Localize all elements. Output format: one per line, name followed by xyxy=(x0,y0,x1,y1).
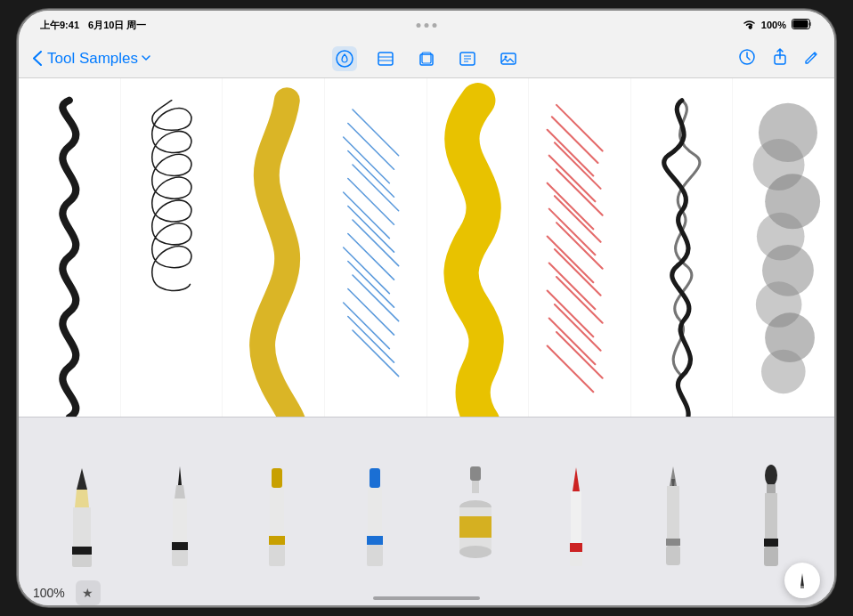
active-tool-icon xyxy=(792,571,812,590)
tool-item-pencil[interactable] xyxy=(61,463,102,570)
svg-point-23 xyxy=(761,350,806,394)
wifi-icon xyxy=(743,19,756,31)
status-date: 6月10日 周一 xyxy=(88,19,146,32)
stroke-crayon-red-svg xyxy=(529,78,630,417)
svg-rect-32 xyxy=(172,542,188,550)
tools-panel: 100% ★ xyxy=(19,417,834,607)
svg-rect-55 xyxy=(666,539,680,546)
svg-marker-25 xyxy=(75,490,89,507)
text-format-button[interactable] xyxy=(455,46,480,71)
svg-rect-63 xyxy=(800,586,804,588)
status-time: 上午9:41 xyxy=(40,19,79,32)
tool-item-nib-pen[interactable] xyxy=(653,463,694,570)
svg-rect-26 xyxy=(73,507,91,547)
top-dots xyxy=(417,23,437,28)
svg-point-57 xyxy=(765,465,777,486)
zoom-label: 100% xyxy=(33,586,65,600)
svg-rect-40 xyxy=(367,536,383,545)
svg-point-13 xyxy=(505,55,508,58)
toolbar-right xyxy=(738,48,820,69)
svg-rect-47 xyxy=(459,516,491,538)
history-button[interactable] xyxy=(738,48,756,69)
toolbar-left: Tool Samples xyxy=(33,50,150,68)
title-text: Tool Samples xyxy=(47,50,138,68)
sample-col-1 xyxy=(19,78,121,417)
svg-rect-38 xyxy=(370,468,380,488)
tools-row xyxy=(19,417,834,577)
stroke-pencil-blue-svg xyxy=(325,78,426,417)
favorites-star-icon: ★ xyxy=(82,586,93,600)
tool-item-paint-bottle[interactable] xyxy=(452,463,499,570)
device-frame: 上午9:41 6月10日 周一 100% xyxy=(17,9,836,607)
svg-rect-41 xyxy=(367,545,383,566)
svg-rect-28 xyxy=(72,555,92,567)
sample-col-3 xyxy=(223,78,325,417)
svg-rect-50 xyxy=(570,543,582,552)
favorites-button[interactable]: ★ xyxy=(76,580,101,605)
tools-bottom: 100% ★ xyxy=(19,577,834,607)
svg-marker-48 xyxy=(573,467,580,491)
battery-percentage: 100% xyxy=(761,20,786,30)
tool-item-brush-dark[interactable] xyxy=(751,463,792,570)
svg-rect-49 xyxy=(571,491,581,545)
tool-item-marker-yellow[interactable] xyxy=(256,463,297,570)
svg-rect-58 xyxy=(767,484,776,493)
svg-marker-29 xyxy=(178,466,182,485)
layers-button[interactable] xyxy=(373,46,398,71)
svg-rect-34 xyxy=(272,468,282,488)
active-tool-button[interactable] xyxy=(784,563,820,598)
brush-samples xyxy=(19,78,834,417)
stroke-watercolor-svg xyxy=(733,78,834,417)
status-right: 100% xyxy=(743,19,813,31)
folder-button[interactable] xyxy=(414,46,439,71)
svg-rect-37 xyxy=(269,545,285,566)
svg-rect-59 xyxy=(765,493,777,539)
svg-rect-1 xyxy=(793,20,808,28)
document-title[interactable]: Tool Samples xyxy=(47,50,150,68)
pen-tool-button[interactable] xyxy=(332,46,357,71)
sample-col-6 xyxy=(529,78,631,417)
title-chevron-icon xyxy=(142,55,150,61)
back-button[interactable] xyxy=(33,51,42,66)
canvas-area[interactable] xyxy=(19,78,834,417)
status-left: 上午9:41 6月10日 周一 xyxy=(40,19,146,32)
svg-point-46 xyxy=(459,546,491,558)
edit-button[interactable] xyxy=(804,49,820,69)
svg-rect-27 xyxy=(72,547,92,555)
sample-col-7 xyxy=(631,78,734,417)
svg-marker-24 xyxy=(77,468,87,490)
svg-rect-51 xyxy=(570,552,582,566)
svg-marker-30 xyxy=(175,485,185,498)
svg-rect-43 xyxy=(472,481,479,493)
sample-col-5 xyxy=(427,78,530,417)
tool-item-marker-blue[interactable] xyxy=(354,463,395,570)
share-button[interactable] xyxy=(772,48,788,69)
svg-rect-56 xyxy=(666,546,680,565)
toolbar-center xyxy=(332,46,521,71)
svg-rect-39 xyxy=(368,488,382,537)
svg-rect-42 xyxy=(470,466,481,481)
svg-rect-33 xyxy=(172,550,188,566)
svg-point-2 xyxy=(337,51,353,67)
toolbar: Tool Samples xyxy=(19,39,834,78)
stroke-ink-svg xyxy=(631,78,733,417)
stroke-fineliner-svg xyxy=(121,78,223,417)
tool-item-crayon-red[interactable] xyxy=(556,463,597,570)
svg-marker-62 xyxy=(800,573,804,587)
status-bar: 上午9:41 6月10日 周一 100% xyxy=(19,11,834,39)
svg-rect-60 xyxy=(764,539,778,547)
svg-rect-54 xyxy=(667,486,679,539)
svg-rect-31 xyxy=(173,498,187,543)
tool-item-fineliner[interactable] xyxy=(159,463,200,570)
svg-rect-3 xyxy=(378,53,393,65)
battery-icon xyxy=(792,19,813,31)
sample-col-2 xyxy=(121,78,223,417)
sample-col-4 xyxy=(325,78,427,417)
svg-rect-61 xyxy=(764,547,778,566)
stroke-pencil-svg xyxy=(19,78,120,417)
image-button[interactable] xyxy=(496,46,521,71)
svg-rect-36 xyxy=(269,536,285,545)
svg-rect-35 xyxy=(270,488,284,537)
home-indicator xyxy=(373,596,480,600)
stroke-marker-yellow-svg xyxy=(223,78,324,417)
